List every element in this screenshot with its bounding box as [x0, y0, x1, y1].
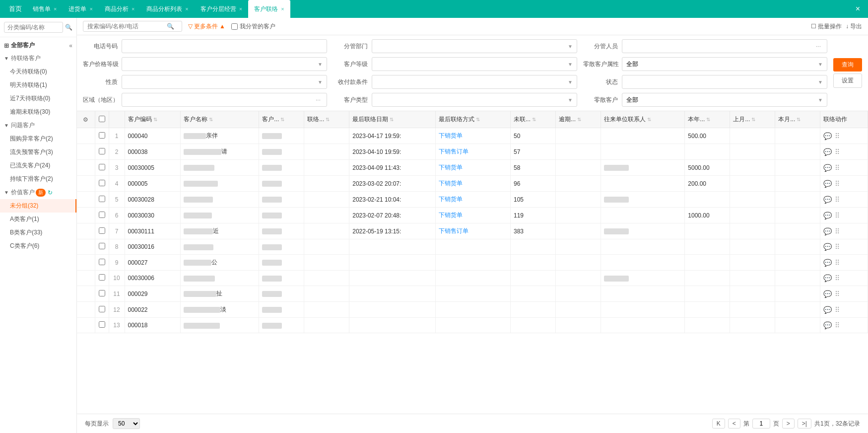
col-this-month[interactable]: 本月...⇅ — [775, 111, 820, 128]
contact-action-icon[interactable]: 💬 — [823, 243, 832, 251]
col-not-contacted[interactable]: 未联...⇅ — [511, 111, 556, 128]
group-problem-customers[interactable]: ▼ 问题客户 — [0, 119, 76, 132]
row-checkbox[interactable] — [99, 196, 105, 202]
close-sales-tab-icon[interactable]: × — [54, 6, 57, 12]
more-action-icon[interactable]: ⠿ — [835, 243, 840, 251]
nature-select[interactable]: ▼ — [122, 75, 327, 89]
row-checkbox-cell[interactable] — [95, 271, 109, 286]
col-last-date[interactable]: 最后联络日期⇅ — [349, 111, 436, 128]
more-action-icon[interactable]: ⠿ — [835, 196, 840, 204]
per-page-select[interactable]: 50 100 200 — [113, 418, 140, 429]
select-all-checkbox[interactable] — [99, 116, 105, 122]
dept-select[interactable]: ▼ — [372, 39, 577, 53]
row-checkbox-cell[interactable] — [95, 255, 109, 271]
contact-way-link[interactable]: 下销货单 — [439, 212, 463, 218]
row-checkbox[interactable] — [99, 274, 105, 281]
filter-search-input[interactable] — [87, 23, 167, 30]
export-btn[interactable]: ↓ 导出 — [846, 22, 862, 31]
more-action-icon[interactable]: ⠿ — [835, 306, 840, 314]
row-checkbox[interactable] — [99, 227, 105, 234]
col-name[interactable]: 客户名称⇅ — [181, 111, 259, 128]
more-action-icon[interactable]: ⠿ — [835, 259, 840, 267]
customer-type-select[interactable]: ▼ — [372, 93, 577, 107]
close-purchase-tab-icon[interactable]: × — [89, 6, 92, 12]
row-checkbox[interactable] — [99, 243, 105, 249]
contact-action-icon[interactable]: 💬 — [823, 259, 832, 267]
settings-button[interactable]: 设置 — [833, 73, 862, 88]
close-tier-tab-icon[interactable]: × — [239, 6, 242, 12]
row-checkbox-cell[interactable] — [95, 286, 109, 302]
refresh-icon[interactable]: ↻ — [48, 189, 53, 196]
row-checkbox-cell[interactable] — [95, 318, 109, 333]
row-checkbox[interactable] — [99, 321, 105, 328]
contact-action-icon[interactable]: 💬 — [823, 227, 832, 235]
row-checkbox-cell[interactable] — [95, 144, 109, 160]
row-checkbox[interactable] — [99, 290, 105, 296]
col-overdue[interactable]: 逾期...⇅ — [555, 111, 601, 128]
contact-way-link[interactable]: 下销货单 — [439, 196, 463, 203]
payment-select[interactable]: ▼ — [372, 75, 577, 89]
col-this-year[interactable]: 本年...⇅ — [685, 111, 730, 128]
more-action-icon[interactable]: ⠿ — [835, 321, 840, 329]
row-checkbox[interactable] — [99, 212, 105, 218]
dots-icon2[interactable]: ··· — [314, 96, 323, 103]
sidebar-item-overdue[interactable]: 逾期未联络(30) — [0, 105, 76, 119]
col-settings[interactable]: ⚙ — [77, 111, 95, 128]
last-page-btn[interactable]: >| — [798, 419, 811, 429]
sidebar-item-class-c[interactable]: C类客户(6) — [0, 239, 76, 253]
customer-grade-select[interactable]: ▼ — [372, 57, 577, 71]
nav-tab-sales[interactable]: 销售单 × — [27, 0, 63, 18]
contact-action-icon[interactable]: 💬 — [823, 196, 832, 204]
page-number-input[interactable] — [752, 419, 770, 429]
more-action-icon[interactable]: ⠿ — [835, 227, 840, 235]
dots-icon[interactable]: ··· — [814, 43, 823, 50]
row-checkbox-cell[interactable] — [95, 239, 109, 255]
col-last-month[interactable]: 上月...⇅ — [730, 111, 775, 128]
nav-tab-analysis[interactable]: 商品分析 × — [99, 0, 140, 18]
row-checkbox[interactable] — [99, 132, 105, 139]
status-select[interactable]: ▼ — [622, 75, 827, 89]
close-analysis-tab-icon[interactable]: × — [132, 6, 134, 12]
more-action-icon[interactable]: ⠿ — [835, 212, 840, 219]
sidebar-item-today-pending[interactable]: 今天待联络(0) — [0, 65, 76, 78]
contact-way-link[interactable]: 下销货单 — [439, 164, 463, 171]
group-pending-contact[interactable]: ▼ 待联络客户 — [0, 52, 76, 65]
more-action-icon[interactable]: ⠿ — [835, 132, 840, 140]
filter-search-icon[interactable]: 🔍 — [167, 23, 174, 30]
contact-action-icon[interactable]: 💬 — [823, 290, 832, 298]
group-value-customers[interactable]: ▼ 价值客户 新 ↻ — [0, 186, 76, 199]
nav-tab-purchase[interactable]: 进货单 × — [63, 0, 98, 18]
sidebar-item-class-b[interactable]: B类客户(33) — [0, 226, 76, 239]
manager-select[interactable]: ··· — [622, 39, 827, 53]
price-grade-select[interactable]: ▼ — [122, 57, 327, 71]
row-checkbox[interactable] — [99, 164, 105, 170]
more-action-icon[interactable]: ⠿ — [835, 164, 840, 172]
row-checkbox[interactable] — [99, 259, 105, 265]
my-customers-checkbox[interactable] — [231, 23, 238, 30]
sidebar-item-class-a[interactable]: A类客户(1) — [0, 213, 76, 226]
contact-way-link[interactable]: 下销售订单 — [439, 227, 468, 234]
contact-action-icon[interactable]: 💬 — [823, 180, 832, 188]
nav-tab-customer-contact[interactable]: 客户联络 × — [248, 0, 290, 18]
contact-action-icon[interactable]: 💬 — [823, 164, 832, 172]
contact-action-icon[interactable]: 💬 — [823, 321, 832, 329]
close-analysis-list-tab-icon[interactable]: × — [185, 6, 188, 12]
region-select[interactable]: ··· — [122, 93, 327, 107]
row-checkbox-cell[interactable] — [95, 223, 109, 239]
contact-action-icon[interactable]: 💬 — [823, 274, 832, 282]
col-last-way[interactable]: 最后联络方式⇅ — [436, 111, 511, 128]
contact-way-link[interactable]: 下销货单 — [439, 180, 463, 187]
row-checkbox-cell[interactable] — [95, 302, 109, 318]
filter-my-customers[interactable]: 我分管的客户 — [231, 22, 275, 31]
sidebar-item-7days-pending[interactable]: 近7天待联络(0) — [0, 92, 76, 105]
nav-home[interactable]: 首页 — [4, 0, 27, 18]
sidebar-item-hoarding[interactable]: 囤购异常客户(2) — [0, 132, 76, 145]
all-customers-header[interactable]: ⊞ 全部客户 « — [0, 37, 76, 52]
more-action-icon[interactable]: ⠿ — [835, 290, 840, 298]
prev-page-btn[interactable]: < — [728, 419, 740, 429]
sidebar-item-declining[interactable]: 持续下滑客户(2) — [0, 172, 76, 186]
phone-input[interactable] — [122, 39, 327, 53]
retail-customer-select[interactable]: 全部 ▼ — [622, 93, 827, 107]
nav-tab-customer-tier[interactable]: 客户分层经营 × — [195, 0, 248, 18]
more-action-icon[interactable]: ⠿ — [835, 180, 840, 188]
